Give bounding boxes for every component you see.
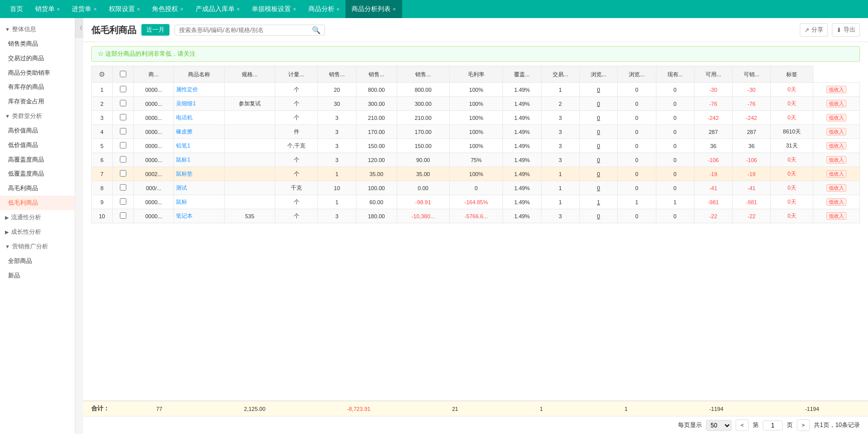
- col-qty[interactable]: 销售...: [318, 66, 356, 83]
- close-icon[interactable]: ×: [393, 6, 396, 12]
- col-cost[interactable]: 销售...: [397, 66, 449, 83]
- row-name[interactable]: 属性定价: [174, 83, 225, 97]
- sidebar-item-category-rate[interactable]: 商品分类助销率: [0, 66, 75, 80]
- row-trade[interactable]: 0: [579, 125, 617, 139]
- search-input[interactable]: [179, 27, 312, 34]
- page-size-select[interactable]: 20 50 100: [706, 420, 732, 431]
- row-trade[interactable]: 0: [579, 209, 617, 223]
- row-checkbox[interactable]: [112, 97, 133, 111]
- nav-analysis[interactable]: 商品分析×: [302, 0, 345, 18]
- row-name[interactable]: 鼠标1: [174, 153, 225, 167]
- col-spec[interactable]: 规格...: [225, 66, 275, 83]
- sidebar-item-low-coverage[interactable]: 低覆盖度商品: [0, 167, 75, 181]
- sidebar-item-in-stock[interactable]: 有库存的商品: [0, 80, 75, 94]
- row-checkbox[interactable]: [112, 83, 133, 97]
- col-name[interactable]: 商品名称: [174, 66, 225, 83]
- row-select-checkbox[interactable]: [120, 156, 126, 163]
- row-checkbox[interactable]: [112, 209, 133, 223]
- export-button[interactable]: ⬇ 导出: [832, 23, 860, 37]
- nav-home[interactable]: 首页: [4, 0, 29, 18]
- row-checkbox[interactable]: [112, 111, 133, 125]
- row-select-checkbox[interactable]: [120, 198, 126, 205]
- page-input[interactable]: [763, 420, 783, 430]
- row-select-checkbox[interactable]: [120, 212, 126, 219]
- close-icon[interactable]: ×: [237, 6, 240, 12]
- sidebar-group-growth[interactable]: ▶ 成长性分析: [0, 225, 75, 239]
- row-trade[interactable]: 1: [579, 195, 617, 209]
- sidebar-item-low-gross[interactable]: 低毛利商品: [0, 196, 75, 210]
- row-name[interactable]: 橡皮擦: [174, 125, 225, 139]
- col-settings[interactable]: ⚙: [92, 66, 113, 83]
- sidebar-item-all-products[interactable]: 全部商品: [0, 254, 75, 268]
- sidebar-item-traded[interactable]: 交易过的商品: [0, 51, 75, 66]
- row-trade[interactable]: 0: [579, 83, 617, 97]
- col-browse1[interactable]: 浏览...: [579, 66, 617, 83]
- row-select-checkbox[interactable]: [120, 100, 126, 106]
- row-checkbox[interactable]: [112, 125, 133, 139]
- row-checkbox[interactable]: [112, 153, 133, 167]
- close-icon[interactable]: ×: [336, 6, 339, 12]
- nav-roles[interactable]: 角色授权×: [146, 0, 189, 18]
- sidebar-item-new-products[interactable]: 新品: [0, 268, 75, 283]
- row-name[interactable]: 吴细细1: [174, 97, 225, 111]
- row-select-checkbox[interactable]: [120, 128, 126, 134]
- row-name[interactable]: 测试: [174, 181, 225, 195]
- sidebar-item-sales-products[interactable]: 销售类商品: [0, 37, 75, 51]
- row-name[interactable]: 鼠标: [174, 195, 225, 209]
- row-name[interactable]: 鼠标垫: [174, 167, 225, 181]
- select-all-checkbox[interactable]: [120, 71, 126, 77]
- col-checkbox[interactable]: [112, 66, 133, 83]
- nav-purchase[interactable]: 进货单×: [66, 0, 102, 18]
- sidebar-group-marketing[interactable]: ▼ 营销推广分析: [0, 239, 75, 254]
- row-trade[interactable]: 0: [579, 181, 617, 195]
- row-select-checkbox[interactable]: [120, 86, 126, 92]
- sidebar-item-high-gross[interactable]: 高毛利商品: [0, 181, 75, 196]
- row-checkbox[interactable]: [112, 181, 133, 195]
- col-gross[interactable]: 毛利率: [449, 66, 503, 83]
- row-select-checkbox[interactable]: [120, 184, 126, 191]
- prev-page-button[interactable]: ＜: [736, 419, 749, 431]
- col-salable[interactable]: 可销...: [733, 66, 771, 83]
- sidebar-group-circulation[interactable]: ▶ 流通性分析: [0, 210, 75, 225]
- next-page-button[interactable]: ＞: [797, 419, 810, 431]
- row-select-checkbox[interactable]: [120, 142, 126, 149]
- close-icon[interactable]: ×: [137, 6, 140, 12]
- close-icon[interactable]: ×: [180, 6, 183, 12]
- col-tag[interactable]: 标签: [771, 66, 813, 83]
- col-amount[interactable]: 销售...: [356, 66, 397, 83]
- close-icon[interactable]: ×: [293, 6, 296, 12]
- row-checkbox[interactable]: [112, 139, 133, 153]
- row-trade[interactable]: 0: [579, 97, 617, 111]
- sidebar-item-capital[interactable]: 库存资金占用: [0, 94, 75, 109]
- col-browse2[interactable]: 浏览...: [618, 66, 656, 83]
- col-unit[interactable]: 计量...: [275, 66, 318, 83]
- search-icon[interactable]: 🔍: [312, 26, 320, 34]
- row-trade[interactable]: 0: [579, 167, 617, 181]
- close-icon[interactable]: ×: [93, 6, 96, 12]
- row-name[interactable]: 电话机: [174, 111, 225, 125]
- row-trade[interactable]: 0: [579, 139, 617, 153]
- time-filter-button[interactable]: 近一月: [141, 24, 169, 36]
- row-name[interactable]: 笔记本: [174, 209, 225, 223]
- row-checkbox[interactable]: [112, 195, 133, 209]
- sidebar-item-high-coverage[interactable]: 高覆盖度商品: [0, 153, 75, 167]
- row-name[interactable]: 铅笔1: [174, 139, 225, 153]
- share-button[interactable]: ↗ 分享: [800, 23, 828, 37]
- nav-analysis-list[interactable]: 商品分析列表×: [345, 0, 402, 18]
- col-available[interactable]: 可用...: [694, 66, 732, 83]
- col-coverage[interactable]: 覆盖...: [503, 66, 541, 83]
- table-container[interactable]: ⚙ 商... 商品名称 规格... 计量... 销售... 销售... 销售..…: [83, 66, 868, 400]
- close-icon[interactable]: ×: [57, 6, 60, 12]
- sidebar-collapse-button[interactable]: 《: [75, 18, 83, 38]
- row-checkbox[interactable]: [112, 167, 133, 181]
- col-code[interactable]: 商...: [133, 66, 174, 83]
- sidebar-item-low-value[interactable]: 低价值商品: [0, 138, 75, 153]
- row-select-checkbox[interactable]: [120, 170, 126, 177]
- col-trade[interactable]: 交易...: [541, 66, 579, 83]
- sidebar-group-cluster[interactable]: ▼ 类群堂分析: [0, 109, 75, 123]
- row-select-checkbox[interactable]: [120, 114, 126, 120]
- sidebar-group-overall[interactable]: ▼ 整体信息: [0, 22, 75, 37]
- sidebar-item-high-value[interactable]: 高价值商品: [0, 123, 75, 138]
- nav-products[interactable]: 产成品入库单×: [190, 0, 246, 18]
- nav-sales[interactable]: 销货单×: [29, 0, 66, 18]
